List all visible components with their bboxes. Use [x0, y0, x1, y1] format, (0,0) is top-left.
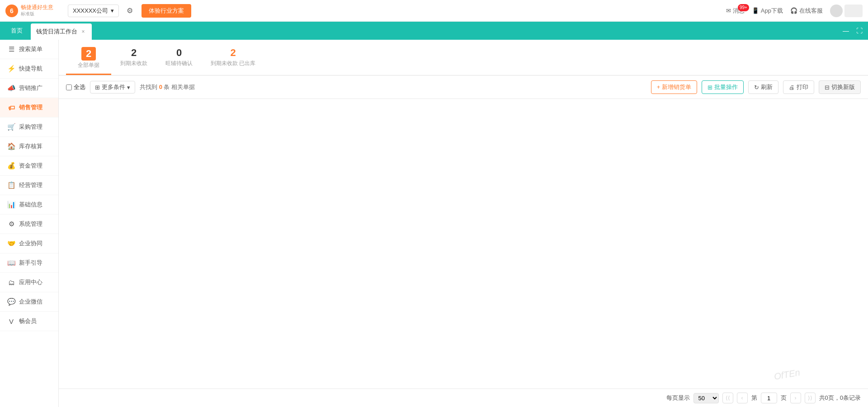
logo-text: 畅捷通好生意 标准版: [21, 4, 53, 18]
sidebar-item-guide[interactable]: 📖 新手引导: [0, 253, 58, 273]
tab-expand-icon[interactable]: ⛶: [854, 25, 864, 36]
sidebar-item-search[interactable]: ☰ 搜索菜单: [0, 40, 58, 59]
sidebar-item-collaboration[interactable]: 🤝 企业协同: [0, 234, 58, 253]
page-number-input[interactable]: [761, 393, 777, 403]
sidebar-item-wechat[interactable]: 💬 企业微信: [0, 292, 58, 312]
next-page-button[interactable]: ›: [790, 393, 801, 403]
app-download-label: App下载: [761, 7, 783, 15]
sidebar-label-member: 畅会员: [19, 317, 37, 325]
sidebar-item-purchase[interactable]: 🛒 采购管理: [0, 117, 58, 137]
base-info-icon: 📊: [7, 201, 15, 209]
sidebar-label-inventory: 库存核算: [19, 142, 42, 150]
sidebar-item-sales[interactable]: 🏷 销售管理: [0, 98, 58, 117]
stat-label-shipped: 到期未收款 已出库: [211, 60, 255, 67]
online-service-label: 在线客服: [799, 7, 823, 15]
app-download-icon: 📱: [752, 7, 759, 14]
batch-label: 批量操作: [714, 83, 738, 91]
sidebar-label-marketing: 营销推广: [19, 84, 42, 92]
total-info: 共0页，0条记录: [819, 394, 861, 402]
main-layout: ☰ 搜索菜单 ⚡ 快捷导航 📣 营销推广 🏷 销售管理 🛒 采购管理 🏠 库存核…: [0, 40, 868, 407]
page-label: 第: [751, 394, 757, 402]
per-page-select[interactable]: 50 100 200: [693, 393, 719, 403]
member-icon: V: [7, 318, 15, 325]
batch-operation-button[interactable]: ⊞ 批量操作: [702, 80, 744, 94]
last-page-button[interactable]: ⟩⟩: [805, 393, 816, 403]
online-service-button[interactable]: 🎧 在线客服: [790, 7, 823, 15]
tab-bar: 首页 钱货日清工作台 × — ⛶: [0, 22, 868, 40]
company-dropdown-icon: ▾: [111, 7, 114, 14]
checkbox-input[interactable]: [66, 84, 72, 90]
company-selector[interactable]: XXXXXX公司 ▾: [68, 5, 119, 17]
sidebar-label-base-info: 基础信息: [19, 201, 42, 209]
sidebar: ☰ 搜索菜单 ⚡ 快捷导航 📣 营销推广 🏷 销售管理 🛒 采购管理 🏠 库存核…: [0, 40, 59, 407]
app-download-button[interactable]: 📱 App下载: [752, 7, 783, 15]
message-button[interactable]: ✉ 消息 99+: [726, 7, 745, 15]
sidebar-item-shortcuts[interactable]: ⚡ 快捷导航: [0, 59, 58, 79]
tab-active-label: 钱货日清工作台: [36, 28, 77, 36]
print-button[interactable]: 🖨 打印: [783, 80, 814, 94]
sidebar-item-inventory[interactable]: 🏠 库存核算: [0, 137, 58, 156]
collaboration-icon: 🤝: [7, 239, 15, 248]
switch-version-button[interactable]: ⊟ 切换新版: [819, 80, 861, 94]
stat-tab-shipped[interactable]: 2 到期未收款 已出库: [202, 43, 264, 75]
trial-button[interactable]: 体验行业方案: [142, 4, 191, 18]
message-badge: 99+: [738, 4, 749, 11]
switch-icon: ⊟: [825, 84, 830, 91]
user-info[interactable]: [830, 5, 863, 17]
sidebar-label-system: 系统管理: [19, 220, 42, 228]
print-label: 打印: [797, 83, 808, 91]
first-page-button[interactable]: ⟨⟨: [722, 393, 733, 403]
search-menu-icon: ☰: [7, 45, 15, 53]
settings-button[interactable]: ⚙: [123, 4, 137, 18]
tab-home[interactable]: 首页: [4, 22, 30, 40]
select-all-label: 全选: [74, 83, 85, 91]
switch-label: 切换新版: [831, 83, 855, 91]
page-suffix: 页: [781, 394, 787, 402]
add-sales-order-button[interactable]: + 新增销货单: [651, 80, 697, 94]
filter-button[interactable]: ⊞ 更多条件 ▾: [90, 81, 135, 94]
sidebar-label-app-center: 应用中心: [19, 278, 42, 286]
toolbar-left: 全选 ⊞ 更多条件 ▾ 共找到 0 条 相关单据: [66, 81, 646, 94]
stat-tab-all[interactable]: 2 全部单据: [66, 43, 111, 75]
stat-label-wangfu: 旺辅待确认: [165, 60, 193, 67]
top-header: 6 畅捷通好生意 标准版 XXXXXX公司 ▾ ⚙ 体验行业方案 ✉ 消息 99…: [0, 0, 868, 22]
tab-minimize-icon[interactable]: —: [841, 25, 851, 36]
sidebar-item-system[interactable]: ⚙ 系统管理: [0, 215, 58, 234]
tab-close-button[interactable]: ×: [80, 28, 86, 35]
sidebar-item-member[interactable]: V 畅会员: [0, 312, 58, 331]
wechat-icon: 💬: [7, 298, 15, 306]
refresh-button[interactable]: ↻ 刷新: [748, 80, 778, 94]
pagination: 每页显示 50 100 200 ⟨⟨ ‹ 第 页 › ⟩⟩ 共0页，0条记录: [59, 388, 868, 407]
sidebar-label-search: 搜索菜单: [19, 45, 42, 53]
stat-label-overdue: 到期未收款: [120, 60, 147, 67]
marketing-icon: 📣: [7, 84, 15, 92]
toolbar-right: + 新增销货单 ⊞ 批量操作 ↻ 刷新 🖨 打印 ⊟ 切换新版: [651, 80, 861, 94]
sidebar-label-guide: 新手引导: [19, 259, 42, 267]
sidebar-item-operations[interactable]: 📋 经营管理: [0, 176, 58, 195]
logo-area: 6 畅捷通好生意 标准版: [5, 4, 64, 18]
finance-icon: 💰: [7, 162, 15, 170]
stat-tab-wangfu[interactable]: 0 旺辅待确认: [156, 43, 202, 75]
stat-number-overdue: 2: [131, 47, 137, 59]
per-page-label: 每页显示: [666, 394, 690, 402]
sidebar-item-app-center[interactable]: 🗂 应用中心: [0, 273, 58, 292]
header-right: ✉ 消息 99+ 📱 App下载 🎧 在线客服: [726, 5, 863, 17]
sidebar-label-purchase: 采购管理: [19, 123, 42, 131]
stats-tabs: 2 全部单据 2 到期未收款 0 旺辅待确认 2 到期未收款 已出库: [59, 40, 868, 75]
sidebar-item-marketing[interactable]: 📣 营销推广: [0, 79, 58, 98]
refresh-label: 刷新: [761, 83, 773, 91]
tab-active[interactable]: 钱货日清工作台 ×: [31, 23, 92, 40]
message-icon: ✉: [726, 7, 731, 14]
stat-tab-overdue[interactable]: 2 到期未收款: [111, 43, 156, 75]
sales-icon: 🏷: [7, 104, 15, 112]
sidebar-label-finance: 资金管理: [19, 162, 42, 170]
result-count: 0: [159, 84, 162, 90]
select-all-checkbox[interactable]: 全选: [66, 83, 85, 91]
sidebar-item-finance[interactable]: 💰 资金管理: [0, 156, 58, 176]
avatar2: [844, 5, 863, 17]
guide-icon: 📖: [7, 259, 15, 267]
prev-page-button[interactable]: ‹: [737, 393, 748, 403]
sidebar-item-base-info[interactable]: 📊 基础信息: [0, 195, 58, 215]
sidebar-label-wechat: 企业微信: [19, 298, 42, 306]
print-icon: 🖨: [789, 84, 795, 91]
